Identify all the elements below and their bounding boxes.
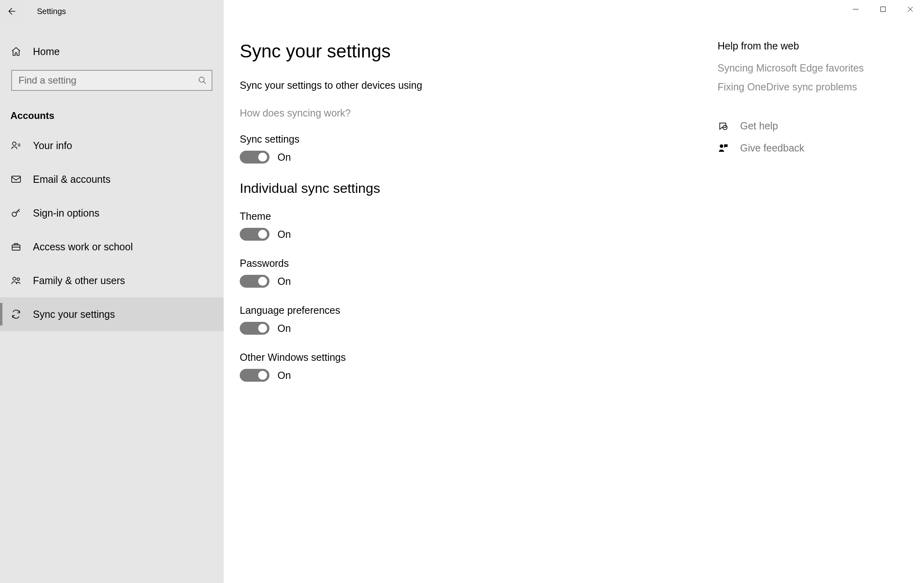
sidebar-item-label: Family & other users [22,275,125,286]
chat-help-icon [718,121,729,131]
arrow-left-icon [6,6,16,16]
window-title: Settings [22,0,66,23]
theme-label: Theme [240,211,702,222]
sync-settings-state: On [277,151,291,163]
give-feedback-label: Give feedback [729,142,804,154]
search-icon [198,76,207,85]
get-help-link[interactable]: Get help [718,120,906,132]
person-card-icon [10,140,22,151]
feedback-icon [718,143,729,153]
minimize-icon [853,6,859,12]
how-syncing-works-link[interactable]: How does syncing work? [240,107,351,119]
svg-point-4 [199,77,204,82]
language-preferences-label: Language preferences [240,305,702,316]
sidebar-item-label: Email & accounts [22,174,110,185]
sidebar-item-sign-in-options[interactable]: Sign-in options [0,196,224,230]
sidebar-item-access-work-school[interactable]: Access work or school [0,230,224,264]
svg-rect-11 [12,245,20,250]
theme-toggle[interactable] [240,228,269,241]
page-description: Sync your settings to other devices usin… [240,80,702,91]
sidebar-item-label: Access work or school [22,241,133,253]
email-icon [10,174,22,184]
maximize-icon [880,6,886,12]
briefcase-icon [10,241,22,252]
sidebar-item-label: Sign-in options [22,207,99,219]
home-icon [10,46,22,57]
passwords-toggle[interactable] [240,275,269,288]
sync-icon [10,309,22,319]
get-help-label: Get help [729,120,778,132]
page-title: Sync your settings [240,40,702,62]
close-icon [907,6,914,12]
passwords-state: On [277,276,291,287]
sidebar-home-label: Home [22,46,60,57]
minimize-button[interactable] [842,0,869,18]
sidebar-item-sync-settings[interactable]: Sync your settings [0,297,224,331]
sidebar: Home Accounts Your info Email & acco [0,23,224,583]
help-link-onedrive-sync[interactable]: Fixing OneDrive sync problems [718,81,906,93]
svg-rect-9 [12,176,20,182]
sync-settings-toggle[interactable] [240,151,269,164]
svg-line-5 [204,82,206,84]
svg-rect-16 [724,144,728,147]
svg-rect-1 [881,7,885,12]
sidebar-item-label: Sync your settings [22,309,115,320]
language-preferences-state: On [277,323,291,334]
sidebar-home[interactable]: Home [0,40,224,63]
key-icon [10,208,22,218]
help-link-edge-favorites[interactable]: Syncing Microsoft Edge favorites [718,62,906,74]
other-windows-settings-toggle[interactable] [240,369,269,382]
other-windows-settings-label: Other Windows settings [240,352,702,363]
sidebar-item-family-other-users[interactable]: Family & other users [0,264,224,297]
language-preferences-toggle[interactable] [240,322,269,335]
individual-sync-heading: Individual sync settings [240,180,702,196]
sidebar-item-your-info[interactable]: Your info [0,129,224,162]
maximize-button[interactable] [869,0,897,18]
people-icon [10,275,22,286]
aside-heading: Help from the web [718,40,906,52]
search-input[interactable] [11,70,212,91]
svg-point-15 [720,144,723,148]
main-content: Sync your settings Sync your settings to… [224,23,718,583]
svg-point-12 [13,277,16,280]
sync-settings-label: Sync settings [240,133,702,145]
back-button[interactable] [0,0,22,23]
sidebar-item-email-accounts[interactable]: Email & accounts [0,162,224,196]
theme-state: On [277,229,291,240]
close-button[interactable] [897,0,924,18]
other-windows-settings-state: On [277,370,291,381]
titlebar: Settings [0,0,924,23]
svg-point-6 [12,142,16,145]
svg-point-13 [17,278,19,281]
sidebar-item-label: Your info [22,140,72,151]
give-feedback-link[interactable]: Give feedback [718,142,906,154]
aside-panel: Help from the web Syncing Microsoft Edge… [718,23,922,583]
sidebar-category: Accounts [0,91,224,129]
passwords-label: Passwords [240,258,702,269]
